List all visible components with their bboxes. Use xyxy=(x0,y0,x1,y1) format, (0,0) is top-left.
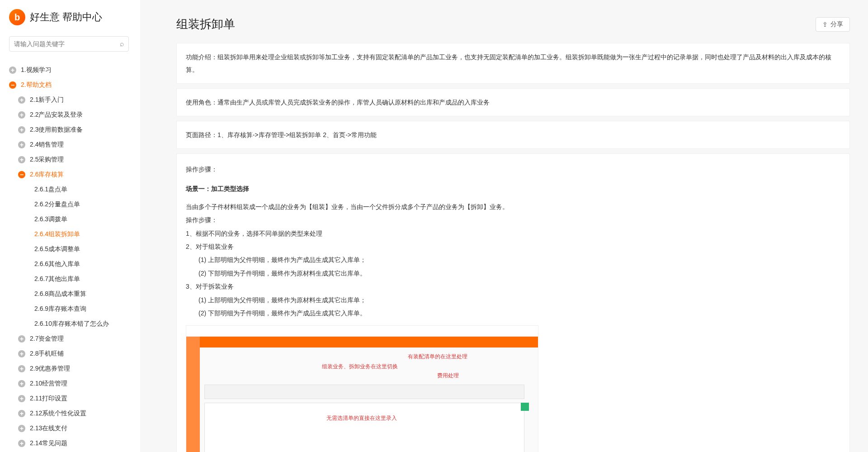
nav-tree: +1.视频学习 −2.帮助文档 +2.1新手入门 +2.2产品安装及登录 +2.… xyxy=(9,62,140,452)
nav-2-10[interactable]: +2.10经营管理 xyxy=(9,376,140,391)
annot-direct: 无需选清单的直接在这里录入 xyxy=(326,414,397,422)
nav-2-6-3[interactable]: 2.6.3调拨单 xyxy=(9,212,140,227)
title-row: 组装拆卸单 ⇪ 分享 xyxy=(176,0,850,43)
path-text: 1、库存核算->库存管理->组装拆卸单 2、首页->常用功能 xyxy=(217,131,377,138)
intro-card: 功能介绍：组装拆卸单用来处理企业组装或拆卸等加工业务，支持有固定装配清单的产品加… xyxy=(176,43,850,84)
step-2: 2、对于组装业务 xyxy=(186,240,840,253)
scene1-desc: 当由多个子件材料组装成一个成品的业务为【组装】业务，当由一个父件拆分成多个子产品… xyxy=(186,200,840,214)
nav-2-4[interactable]: +2.4销售管理 xyxy=(9,137,140,152)
path-card: 页面路径：1、库存核算->库存管理->组装拆卸单 2、首页->常用功能 xyxy=(176,121,850,149)
plus-icon: + xyxy=(18,365,25,372)
share-icon: ⇪ xyxy=(822,21,828,28)
search-input[interactable] xyxy=(9,36,129,52)
annot-fee: 费用处理 xyxy=(437,372,459,380)
img-table-body xyxy=(204,403,524,452)
plus-icon: + xyxy=(18,156,25,163)
plus-icon: + xyxy=(18,111,25,119)
share-button[interactable]: ⇪ 分享 xyxy=(816,17,850,32)
sidebar: b 好生意 帮助中心 ⌕ +1.视频学习 −2.帮助文档 +2.1新手入门 +2… xyxy=(0,0,140,452)
plus-icon: + xyxy=(18,335,25,343)
share-label: 分享 xyxy=(830,20,843,29)
img-topbar xyxy=(186,326,538,337)
step-2b: (2) 下部明细为子件明细，最终作为原材料生成其它出库单。 xyxy=(186,267,840,280)
steps-card: 操作步骤： 场景一：加工类型选择 当由多个子件材料组装成一个成品的业务为【组装】… xyxy=(176,153,850,452)
plus-icon: + xyxy=(18,440,25,447)
img-table-header xyxy=(204,385,524,399)
intro-label: 功能介绍： xyxy=(186,53,217,61)
nav-2-6-1[interactable]: 2.6.1盘点单 xyxy=(9,182,140,197)
nav-2-6-8[interactable]: 2.6.8商品成本重算 xyxy=(9,286,140,301)
search-icon[interactable]: ⌕ xyxy=(120,40,124,48)
screenshot-image: 组装业务、拆卸业务在这里切换 有装配清单的在这里处理 费用处理 无需选清单的直接… xyxy=(186,325,538,452)
nav-2-6-5[interactable]: 2.6.5成本调整单 xyxy=(9,242,140,257)
ops-label: 操作步骤： xyxy=(186,163,840,176)
search-box: ⌕ xyxy=(9,36,129,52)
nav-2-6-7[interactable]: 2.6.7其他出库单 xyxy=(9,271,140,286)
plus-icon: + xyxy=(18,410,25,417)
nav-2-8[interactable]: +2.8手机旺铺 xyxy=(9,346,140,361)
annot-bom: 有装配清单的在这里处理 xyxy=(408,353,467,361)
page-title: 组装拆卸单 xyxy=(176,16,235,32)
nav-2-6-4[interactable]: 2.6.4组装拆卸单 xyxy=(9,227,140,242)
plus-icon: + xyxy=(18,380,25,387)
plus-icon: + xyxy=(18,425,25,432)
nav-2-2[interactable]: +2.2产品安装及登录 xyxy=(9,107,140,122)
nav-2-12[interactable]: +2.12系统个性化设置 xyxy=(9,406,140,421)
img-sidecol xyxy=(186,337,200,452)
step-3: 3、对于拆装业务 xyxy=(186,280,840,293)
plus-icon: + xyxy=(9,67,16,74)
role-text: 通常由生产人员或库管人员完成拆装业务的操作，库管人员确认原材料的出库和产成品的入… xyxy=(217,99,490,106)
nav-2-13[interactable]: +2.13在线支付 xyxy=(9,421,140,436)
logo-icon: b xyxy=(9,9,25,25)
nav-2-7[interactable]: +2.7资金管理 xyxy=(9,331,140,346)
role-label: 使用角色： xyxy=(186,99,217,106)
plus-icon: + xyxy=(18,141,25,148)
plus-icon: + xyxy=(18,96,25,104)
annot-switch: 组装业务、拆卸业务在这里切换 xyxy=(322,363,398,371)
nav-2-14[interactable]: +2.14常见问题 xyxy=(9,436,140,451)
path-label: 页面路径： xyxy=(186,131,217,138)
minus-icon: − xyxy=(9,81,16,89)
nav-2-11[interactable]: +2.11打印设置 xyxy=(9,391,140,406)
intro-text: 组装拆卸单用来处理企业组装或拆卸等加工业务，支持有固定装配清单的产品加工业务，也… xyxy=(186,53,831,73)
step-3a: (1) 上部明细为父件明细，最终作为原材料生成其它出库单； xyxy=(186,294,840,307)
nav-2-6-2[interactable]: 2.6.2分量盘点单 xyxy=(9,197,140,212)
nav-2-6-6[interactable]: 2.6.6其他入库单 xyxy=(9,257,140,271)
nav-2-9[interactable]: +2.9优惠券管理 xyxy=(9,361,140,376)
sub-ops-label: 操作步骤： xyxy=(186,214,840,227)
site-title: 好生意 帮助中心 xyxy=(30,10,102,24)
step-3b: (2) 下部明细为子件明细，最终作为产成品生成其它入库单。 xyxy=(186,307,840,320)
nav-2-1[interactable]: +2.1新手入门 xyxy=(9,92,140,107)
plus-icon: + xyxy=(18,350,25,357)
nav-2-6[interactable]: −2.6库存核算 xyxy=(9,167,140,182)
step-2a: (1) 上部明细为父件明细，最终作为产成品生成其它入库单； xyxy=(186,253,840,266)
nav-2-6-10[interactable]: 2.6.10库存账本错了怎么办 xyxy=(9,316,140,331)
main-content: 组装拆卸单 ⇪ 分享 功能介绍：组装拆卸单用来处理企业组装或拆卸等加工业务，支持… xyxy=(140,0,868,452)
nav-video[interactable]: +1.视频学习 xyxy=(9,62,140,77)
nav-2-6-9[interactable]: 2.6.9库存账本查询 xyxy=(9,301,140,316)
nav-docs[interactable]: −2.帮助文档 xyxy=(9,77,140,92)
step-1: 1、根据不同的业务，选择不同单据的类型来处理 xyxy=(186,227,840,240)
role-card: 使用角色：通常由生产人员或库管人员完成拆装业务的操作，库管人员确认原材料的出库和… xyxy=(176,88,850,116)
nav-2-5[interactable]: +2.5采购管理 xyxy=(9,152,140,167)
img-tabbar xyxy=(200,337,538,347)
nav-2-3[interactable]: +2.3使用前数据准备 xyxy=(9,122,140,137)
plus-icon: + xyxy=(18,395,25,402)
scene1-title: 场景一：加工类型选择 xyxy=(186,182,840,195)
logo-row: b 好生意 帮助中心 xyxy=(9,9,140,25)
img-green-icon xyxy=(521,403,529,411)
minus-icon: − xyxy=(18,171,25,178)
plus-icon: + xyxy=(18,126,25,133)
